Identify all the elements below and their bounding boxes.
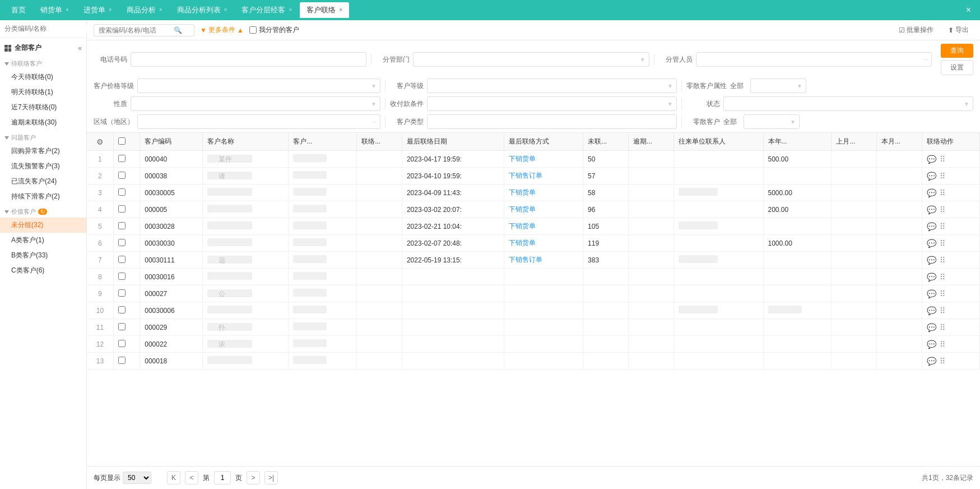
tab-sales-order[interactable]: 销货单 × [34, 2, 76, 18]
last-contact-method[interactable] [504, 269, 583, 285]
sidebar-item-unassigned-group[interactable]: 未分组(32) [0, 218, 86, 233]
message-icon[interactable]: 💬 [927, 340, 936, 349]
last-contact-method[interactable]: 下销货单 [504, 201, 583, 218]
collapse-icon[interactable]: « [78, 44, 82, 52]
col-last-month[interactable]: 上月... [832, 133, 877, 151]
retail-attr-input[interactable]: ▼ [750, 79, 806, 93]
last-contact-method[interactable] [504, 285, 583, 302]
row-select-checkbox[interactable] [118, 188, 126, 196]
contact-method-link[interactable]: 下销售订单 [509, 172, 542, 179]
sidebar-item-b-class[interactable]: B类客户(33) [0, 248, 86, 263]
apps-icon[interactable]: ⠿ [940, 256, 945, 265]
contact-method-link[interactable]: 下销货单 [509, 205, 536, 213]
apps-icon[interactable]: ⠿ [940, 188, 945, 197]
message-icon[interactable]: 💬 [927, 357, 936, 366]
col-last-method[interactable]: 最后联络方式 [504, 133, 583, 151]
sidebar-item-churned[interactable]: 已流失客户(24) [0, 174, 86, 189]
message-icon[interactable]: 💬 [927, 306, 936, 315]
payment-input[interactable]: ▼ [427, 96, 677, 111]
tab-close-icon[interactable]: × [289, 2, 292, 18]
sidebar-item-a-class[interactable]: A类客户(1) [0, 233, 86, 248]
gear-icon[interactable]: ⚙ [96, 137, 104, 146]
col-type[interactable]: 客户... [289, 133, 357, 151]
row-select-checkbox[interactable] [118, 222, 126, 229]
last-contact-method[interactable] [504, 302, 583, 319]
last-contact-method[interactable]: 下销售订单 [504, 168, 583, 184]
col-this-year[interactable]: 本年... [763, 133, 832, 151]
status-input[interactable]: ▼ [723, 96, 973, 111]
col-name[interactable]: 客户名称 [202, 133, 289, 151]
message-icon[interactable]: 💬 [927, 273, 936, 282]
tab-close-icon[interactable]: × [339, 2, 342, 18]
message-icon[interactable]: 💬 [927, 188, 936, 197]
sidebar-item-c-class[interactable]: C类客户(6) [0, 263, 86, 278]
row-select-checkbox[interactable] [118, 172, 126, 179]
my-customers-checkbox[interactable]: 我分管的客户 [249, 25, 299, 35]
apps-icon[interactable]: ⠿ [940, 357, 945, 366]
page-number-input[interactable] [214, 471, 231, 485]
col-unlink-days[interactable]: 未联... [583, 133, 629, 151]
window-close-button[interactable]: × [962, 5, 976, 15]
contact-method-link[interactable]: 下销货单 [509, 155, 536, 163]
last-contact-method[interactable]: 下销货单 [504, 151, 583, 168]
last-contact-method[interactable] [504, 336, 583, 353]
last-page-button[interactable]: >| [264, 471, 278, 485]
sidebar-item-overdue-pending[interactable]: 逾期未联络(30) [0, 115, 86, 130]
row-select-checkbox[interactable] [118, 289, 126, 297]
apps-icon[interactable]: ⠿ [940, 222, 945, 231]
tab-close-icon[interactable]: × [224, 2, 227, 18]
customer-type-input[interactable] [427, 114, 677, 129]
sidebar-item-7days-pending[interactable]: 近7天待联络(0) [0, 100, 86, 115]
contact-method-link[interactable]: 下销货单 [509, 222, 536, 230]
tab-purchase-order[interactable]: 进货单 × [77, 2, 119, 18]
prev-page-button[interactable]: < [185, 471, 198, 485]
row-select-checkbox[interactable] [118, 357, 126, 364]
message-icon[interactable]: 💬 [927, 256, 936, 265]
export-button[interactable]: ⬆ 导出 [944, 24, 973, 36]
col-settings[interactable]: ⚙ [87, 133, 113, 151]
col-this-month[interactable]: 本月... [877, 133, 922, 151]
price-level-input[interactable]: ▼ [137, 79, 380, 93]
row-select-checkbox[interactable] [118, 239, 126, 246]
last-contact-method[interactable] [504, 319, 583, 336]
select-all-checkbox[interactable] [118, 137, 126, 145]
message-icon[interactable]: 💬 [927, 172, 936, 181]
sidebar-item-churn-warning[interactable]: 流失预警客户(3) [0, 159, 86, 174]
row-select-checkbox[interactable] [118, 306, 126, 313]
tab-product-analysis[interactable]: 商品分析 × [120, 2, 169, 18]
col-code[interactable]: 客户编码 [140, 133, 202, 151]
message-icon[interactable]: 💬 [927, 239, 936, 248]
region-input[interactable]: ··· [137, 114, 380, 129]
search-button[interactable]: 查询 [941, 44, 973, 58]
col-contacts[interactable]: 往来单位联系人 [674, 133, 763, 151]
main-search-input[interactable] [99, 26, 171, 34]
message-icon[interactable]: 💬 [927, 289, 936, 298]
batch-ops-button[interactable]: ☑ 批量操作 [894, 24, 938, 36]
tab-customer-contact[interactable]: 客户联络 × [300, 2, 349, 18]
apps-icon[interactable]: ⠿ [940, 340, 945, 349]
last-contact-method[interactable]: 下销售订单 [504, 252, 583, 269]
contact-method-link[interactable]: 下销货单 [509, 188, 536, 196]
row-select-checkbox[interactable] [118, 340, 126, 347]
retail-customer-input[interactable]: ▼ [744, 114, 800, 129]
gender-input[interactable]: ▼ [131, 96, 380, 111]
tab-product-analysis-list[interactable]: 商品分析列表 × [170, 2, 234, 18]
customer-level-input[interactable]: ▼ [427, 79, 677, 93]
col-checkbox[interactable] [113, 133, 140, 151]
sidebar-item-tomorrow-pending[interactable]: 明天待联络(1) [0, 85, 86, 100]
sidebar-item-today-pending[interactable]: 今天待联络(0) [0, 70, 86, 85]
last-contact-method[interactable]: 下销货单 [504, 235, 583, 252]
row-select-checkbox[interactable] [118, 155, 126, 162]
row-select-checkbox[interactable] [118, 256, 126, 263]
next-page-button[interactable]: > [247, 471, 260, 485]
col-last-date[interactable]: 最后联络日期 [402, 133, 504, 151]
last-contact-method[interactable]: 下销货单 [504, 184, 583, 201]
apps-icon[interactable]: ⠿ [940, 155, 945, 164]
search-icon[interactable]: 🔍 [174, 26, 182, 34]
apps-icon[interactable]: ⠿ [940, 205, 945, 214]
dept-input[interactable]: ▼ [413, 52, 649, 67]
category-search-input[interactable] [4, 25, 89, 33]
sidebar-item-abnormal-repurchase[interactable]: 回购异常客户(2) [0, 144, 86, 159]
per-page-select[interactable]: 50 100 200 [123, 472, 151, 484]
tab-close-icon[interactable]: × [159, 2, 162, 18]
